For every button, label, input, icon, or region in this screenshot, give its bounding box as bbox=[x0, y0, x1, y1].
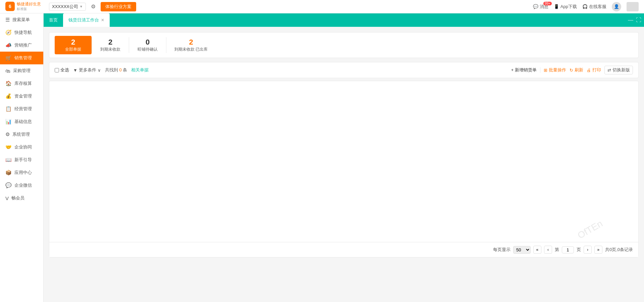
sidebar-item-inventory[interactable]: 🏠 库存核算 bbox=[0, 77, 43, 90]
sidebar-marketing-label: 营销推广 bbox=[14, 42, 32, 48]
sidebar-purchase-label: 采购管理 bbox=[13, 68, 31, 74]
user-name-area[interactable] bbox=[627, 2, 639, 11]
stat-tab-pending[interactable]: 0 旺铺待确认 bbox=[129, 36, 166, 54]
tab-minimize-button[interactable]: — bbox=[628, 17, 633, 23]
divider-v bbox=[540, 67, 540, 73]
refresh-button[interactable]: ↻ 刷新 bbox=[570, 67, 583, 73]
enterprise-icon: 🤝 bbox=[5, 144, 12, 150]
last-page-icon: » bbox=[597, 247, 600, 252]
sidebar-item-app-center[interactable]: 📦 应用中心 bbox=[0, 166, 43, 179]
wechat-icon: 💬 bbox=[5, 182, 12, 188]
select-all-label[interactable]: 全选 bbox=[55, 67, 69, 73]
refresh-icon: ↻ bbox=[570, 68, 573, 73]
message-button[interactable]: 💬 消息 99+ bbox=[533, 4, 548, 10]
page-suffix: 页 bbox=[577, 247, 581, 253]
sidebar: ☰ 搜索菜单 🧭 快捷导航 📣 营销推广 🛒 销售管理 🛍 采购管理 🏠 库存核… bbox=[0, 13, 44, 302]
top-header: 6 畅捷通好生意 标准版 XXXXXX公司 ▼ ⚙ 体验行业方案 💬 消息 99… bbox=[0, 0, 644, 13]
sidebar-system-label: 系统管理 bbox=[12, 131, 30, 137]
tab-qhdq[interactable]: 钱货日清工作台 ✕ bbox=[63, 13, 110, 27]
purchase-icon: 🛍 bbox=[5, 68, 10, 74]
switch-icon: ⇄ bbox=[607, 68, 611, 73]
sidebar-app-label: 应用中心 bbox=[14, 170, 32, 176]
sidebar-wechat-label: 企业微信 bbox=[14, 182, 32, 188]
sidebar-operations-label: 经营管理 bbox=[14, 106, 32, 112]
prev-page-button[interactable]: ‹ bbox=[544, 246, 552, 254]
stat-tab-all[interactable]: 2 全部单据 bbox=[55, 36, 92, 54]
sidebar-inventory-label: 库存核算 bbox=[14, 80, 32, 86]
tab-bar: 首页 钱货日清工作台 ✕ — ⛶ bbox=[44, 13, 644, 27]
sidebar-item-sales[interactable]: 🛒 销售管理 bbox=[0, 52, 43, 64]
sidebar-search-label: 搜索菜单 bbox=[12, 17, 30, 23]
sidebar-item-guide[interactable]: 📖 新手引导 bbox=[0, 154, 43, 166]
toolbar-right: + 新增销货单 ⊞ 批量操作 ↻ 刷新 🖨 打印 ⇄ 切换新版 bbox=[511, 66, 633, 74]
logo-name: 畅捷通好生意 bbox=[17, 2, 41, 6]
message-badge: 99+ bbox=[543, 2, 552, 5]
per-page-label: 每页显示 bbox=[493, 247, 511, 253]
select-all-checkbox[interactable] bbox=[55, 68, 59, 72]
batch-icon: ⊞ bbox=[544, 68, 547, 73]
tab-maximize-button[interactable]: ⛶ bbox=[636, 17, 641, 23]
sidebar-nav-label: 快捷导航 bbox=[14, 29, 32, 36]
basic-info-icon: 📊 bbox=[5, 119, 12, 125]
sidebar-item-quick-nav[interactable]: 🧭 快捷导航 bbox=[0, 26, 43, 39]
stat-tab-shipped[interactable]: 2 到期未收款 已出库 bbox=[166, 36, 216, 54]
sidebar-item-enterprise[interactable]: 🤝 企业协同 bbox=[0, 141, 43, 154]
system-icon: ⚙ bbox=[5, 131, 10, 137]
download-icon: 📱 bbox=[554, 4, 559, 9]
sidebar-item-member[interactable]: V 畅会员 bbox=[0, 192, 43, 204]
company-select[interactable]: XXXXXX公司 ▼ bbox=[49, 3, 86, 11]
sidebar-item-finance[interactable]: 💰 资金管理 bbox=[0, 90, 43, 103]
sidebar-guide-label: 新手引导 bbox=[14, 157, 32, 163]
app-download-button[interactable]: 📱 App下载 bbox=[554, 4, 577, 10]
online-service-button[interactable]: 🎧 在线客服 bbox=[582, 4, 606, 10]
first-page-button[interactable]: « bbox=[533, 246, 541, 254]
logo-area: 6 畅捷通好生意 标准版 bbox=[5, 2, 49, 11]
toolbar: 全选 ▼ 更多条件 ∨ 共找到 0 条 相关单据 + 新增销货单 ⊞ bbox=[49, 62, 639, 78]
stat-label-overdue: 到期未收款 bbox=[100, 47, 120, 52]
found-count: 0 bbox=[119, 67, 122, 72]
experience-button[interactable]: 体验行业方案 bbox=[101, 2, 136, 11]
message-icon: 💬 bbox=[533, 4, 538, 9]
filter-button[interactable]: ▼ 更多条件 ∨ bbox=[73, 67, 101, 73]
last-page-button[interactable]: » bbox=[594, 246, 602, 254]
found-text: 共找到 0 条 bbox=[105, 67, 127, 73]
sidebar-item-wechat[interactable]: 💬 企业微信 bbox=[0, 179, 43, 192]
tab-close-icon[interactable]: ✕ bbox=[101, 18, 104, 22]
page-number-input[interactable] bbox=[562, 246, 574, 253]
tab-home[interactable]: 首页 bbox=[44, 13, 63, 27]
company-name: XXXXXX公司 bbox=[52, 4, 78, 10]
stat-label-shipped: 到期未收款 已出库 bbox=[174, 47, 208, 52]
new-sale-button[interactable]: + 新增销货单 bbox=[511, 67, 537, 73]
sidebar-item-basic-info[interactable]: 📊 基础信息 bbox=[0, 115, 43, 128]
prev-page-icon: ‹ bbox=[547, 247, 549, 252]
batch-operation-button[interactable]: ⊞ 批量操作 bbox=[544, 67, 566, 73]
stats-tabs: 2 全部单据 2 到期未收款 0 旺铺待确认 2 到期未收款 已出库 bbox=[49, 32, 639, 58]
stat-number-pending: 0 bbox=[137, 38, 158, 47]
sidebar-item-purchase[interactable]: 🛍 采购管理 bbox=[0, 64, 43, 77]
print-button[interactable]: 🖨 打印 bbox=[587, 67, 601, 73]
sidebar-item-system[interactable]: ⚙ 系统管理 bbox=[0, 128, 43, 141]
logo-sub: 标准版 bbox=[17, 7, 41, 11]
avatar[interactable]: 👤 bbox=[612, 2, 621, 11]
related-orders-link[interactable]: 相关单据 bbox=[131, 67, 149, 73]
chevron-down-icon: ∨ bbox=[98, 68, 101, 73]
header-right: 💬 消息 99+ 📱 App下载 🎧 在线客服 👤 bbox=[533, 2, 639, 11]
page-label: 第 bbox=[555, 247, 559, 253]
operations-icon: 📋 bbox=[5, 106, 12, 112]
pagination: 每页显示 50 20 100 « ‹ 第 页 › » 共0页,0条记录 bbox=[49, 242, 638, 257]
sidebar-item-marketing[interactable]: 📣 营销推广 bbox=[0, 39, 43, 52]
stat-label-all: 全部单据 bbox=[65, 47, 81, 52]
settings-button[interactable]: ⚙ bbox=[89, 2, 98, 11]
per-page-select[interactable]: 50 20 100 bbox=[513, 246, 531, 254]
sidebar-item-search[interactable]: ☰ 搜索菜单 bbox=[0, 13, 43, 26]
avatar-icon: 👤 bbox=[614, 4, 619, 9]
stat-tab-overdue[interactable]: 2 到期未收款 bbox=[92, 36, 129, 54]
stat-number-all: 2 bbox=[63, 38, 84, 47]
sidebar-sales-label: 销售管理 bbox=[14, 55, 32, 61]
switch-version-button[interactable]: ⇄ 切换新版 bbox=[604, 66, 633, 74]
main-content: 2 全部单据 2 到期未收款 0 旺铺待确认 2 到期未收款 已出库 全选 ▼ bbox=[44, 27, 644, 302]
search-menu-icon: ☰ bbox=[5, 17, 10, 23]
print-icon: 🖨 bbox=[587, 68, 591, 73]
sidebar-item-operations[interactable]: 📋 经营管理 bbox=[0, 103, 43, 115]
next-page-button[interactable]: › bbox=[584, 246, 592, 254]
